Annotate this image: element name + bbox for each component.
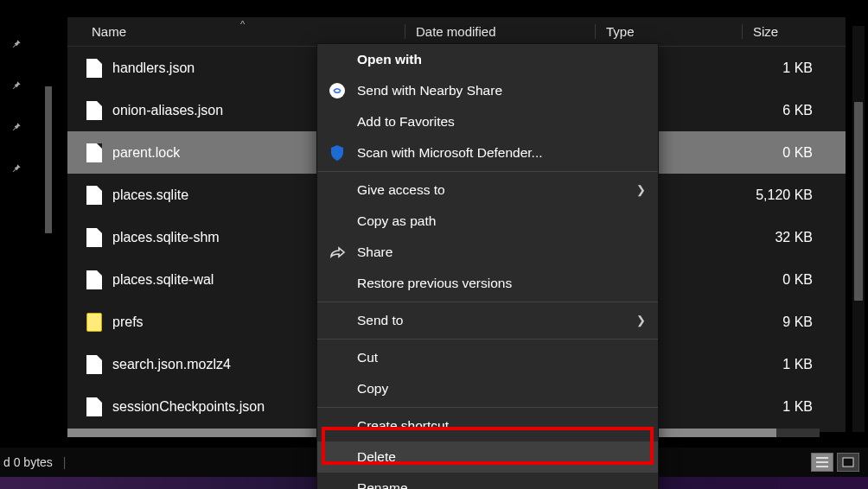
menu-separator bbox=[317, 171, 658, 172]
menu-item-label: Cut bbox=[357, 350, 378, 365]
svg-point-4 bbox=[329, 83, 345, 98]
menu-item-scan-with-microsoft-defender[interactable]: Scan with Microsoft Defender... bbox=[317, 137, 658, 168]
file-name: onion-aliases.json bbox=[112, 103, 223, 118]
menu-separator bbox=[317, 407, 658, 408]
menu-item-copy[interactable]: Copy bbox=[317, 373, 658, 404]
menu-item-label: Send to bbox=[357, 313, 403, 328]
file-name: places.sqlite-wal bbox=[112, 272, 214, 288]
header-size-label: Size bbox=[753, 24, 778, 39]
svg-rect-0 bbox=[816, 457, 828, 459]
file-icon bbox=[85, 270, 104, 289]
menu-item-share[interactable]: Share bbox=[317, 237, 658, 268]
menu-item-send-to[interactable]: Send to❯ bbox=[317, 305, 658, 336]
header-date-label: Date modified bbox=[416, 24, 496, 39]
file-name: places.sqlite-shm bbox=[112, 230, 220, 245]
menu-item-label: Share bbox=[357, 244, 393, 260]
menu-item-rename[interactable]: Rename bbox=[317, 473, 658, 489]
menu-item-label: Delete bbox=[357, 449, 396, 465]
chevron-right-icon: ❯ bbox=[636, 183, 646, 196]
file-size: 6 KB bbox=[742, 103, 837, 118]
menu-item-create-shortcut[interactable]: Create shortcut bbox=[317, 410, 658, 441]
view-buttons bbox=[811, 453, 859, 472]
file-size: 1 KB bbox=[742, 399, 837, 415]
chevron-right-icon: ❯ bbox=[636, 314, 646, 327]
status-text: d 0 bytes bbox=[0, 455, 53, 469]
file-name: search.json.mozlz4 bbox=[112, 357, 231, 372]
file-name: sessionCheckpoints.json bbox=[112, 399, 265, 415]
column-header-size[interactable]: Size bbox=[742, 24, 837, 39]
file-icon bbox=[85, 101, 104, 120]
column-headers: Name ^ Date modified Type Size bbox=[67, 17, 846, 47]
svg-rect-2 bbox=[816, 466, 828, 467]
menu-item-open-with[interactable]: Open with bbox=[317, 44, 658, 75]
file-icon bbox=[85, 59, 104, 78]
menu-separator bbox=[317, 339, 658, 340]
menu-item-label: Scan with Microsoft Defender... bbox=[357, 145, 543, 161]
file-icon bbox=[85, 355, 104, 374]
menu-item-copy-as-path[interactable]: Copy as path bbox=[317, 206, 658, 237]
menu-item-add-to-favorites[interactable]: Add to Favorites bbox=[317, 106, 658, 137]
menu-separator bbox=[317, 302, 658, 302]
file-name: parent.lock bbox=[112, 145, 180, 161]
pin-icon[interactable] bbox=[9, 119, 24, 135]
column-header-date[interactable]: Date modified bbox=[405, 24, 595, 39]
menu-item-label: Copy bbox=[357, 381, 388, 397]
nav-scrollbar[interactable] bbox=[45, 86, 52, 233]
column-header-type[interactable]: Type bbox=[595, 24, 742, 39]
file-size: 9 KB bbox=[742, 314, 837, 330]
file-name: handlers.json bbox=[112, 60, 195, 76]
svg-rect-1 bbox=[816, 461, 828, 463]
menu-item-send-with-nearby-share[interactable]: Send with Nearby Share bbox=[317, 75, 658, 106]
quick-access-pins bbox=[9, 24, 33, 202]
header-type-label: Type bbox=[606, 24, 635, 39]
pin-icon[interactable] bbox=[9, 161, 24, 176]
menu-item-label: Give access to bbox=[357, 182, 445, 198]
file-name: prefs bbox=[112, 314, 144, 330]
file-icon bbox=[85, 397, 104, 416]
menu-item-label: Send with Nearby Share bbox=[357, 83, 502, 98]
menu-item-label: Add to Favorites bbox=[357, 114, 455, 130]
menu-item-label: Rename bbox=[357, 480, 408, 489]
file-size: 0 KB bbox=[742, 272, 837, 288]
script-file-icon bbox=[85, 313, 104, 332]
file-size: 0 KB bbox=[742, 145, 837, 161]
pin-icon[interactable] bbox=[9, 78, 24, 93]
vertical-scrollbar[interactable] bbox=[852, 26, 865, 432]
file-size: 1 KB bbox=[742, 357, 837, 372]
file-icon bbox=[85, 228, 104, 247]
file-size: 1 KB bbox=[742, 60, 837, 76]
file-icon bbox=[85, 186, 104, 205]
vertical-scrollbar-thumb[interactable] bbox=[854, 102, 863, 301]
file-size: 5,120 KB bbox=[742, 187, 837, 203]
menu-item-delete[interactable]: Delete bbox=[317, 441, 658, 473]
menu-item-label: Create shortcut bbox=[357, 418, 449, 434]
file-name: places.sqlite bbox=[112, 187, 188, 203]
file-size: 32 KB bbox=[742, 230, 837, 245]
menu-item-give-access-to[interactable]: Give access to❯ bbox=[317, 175, 658, 206]
sort-indicator-icon: ^ bbox=[240, 19, 245, 29]
menu-item-cut[interactable]: Cut bbox=[317, 342, 658, 373]
header-name-label: Name bbox=[92, 24, 126, 39]
share-icon bbox=[328, 243, 347, 262]
details-view-button[interactable] bbox=[811, 453, 833, 472]
pin-icon[interactable] bbox=[9, 36, 24, 52]
menu-item-label: Copy as path bbox=[357, 213, 436, 229]
nearby-share-icon bbox=[328, 81, 347, 100]
shield-icon bbox=[328, 143, 347, 162]
thumbnails-view-button[interactable] bbox=[837, 453, 859, 472]
svg-rect-3 bbox=[843, 458, 853, 467]
menu-item-label: Restore previous versions bbox=[357, 276, 512, 291]
file-icon bbox=[85, 143, 104, 162]
column-header-name[interactable]: Name ^ bbox=[67, 24, 405, 39]
menu-item-restore-previous-versions[interactable]: Restore previous versions bbox=[317, 268, 658, 299]
context-menu: Open withSend with Nearby ShareAdd to Fa… bbox=[316, 43, 659, 489]
menu-item-label: Open with bbox=[357, 52, 422, 67]
